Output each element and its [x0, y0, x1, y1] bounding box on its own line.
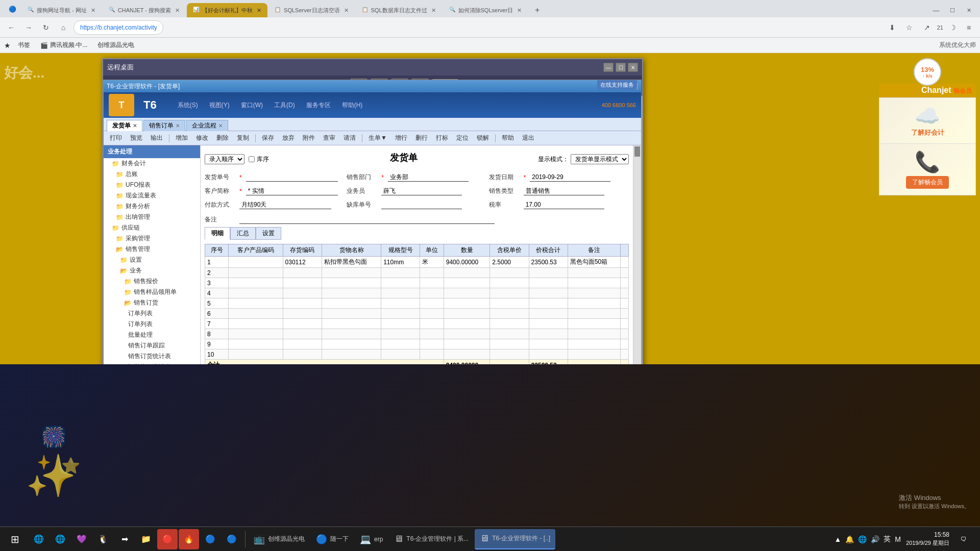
tab-3-active[interactable]: 📊 【好会计献礼】中秋 ✕: [187, 3, 267, 17]
taskbar-app-erp-icon[interactable]: 💻 erp: [355, 529, 388, 549]
sidebar-item-sales[interactable]: 📂销售管理: [104, 244, 200, 255]
menu-window[interactable]: 窗口(W): [235, 98, 268, 112]
vertical-scrollbar[interactable]: [633, 145, 641, 364]
sidebar-item-order-list2[interactable]: 订单列表: [104, 319, 200, 330]
taskbar-qq-btn[interactable]: 🐧: [93, 529, 113, 549]
toolbar-save[interactable]: 保存: [259, 133, 277, 143]
systray-volume[interactable]: 🔊: [870, 534, 880, 544]
download-btn[interactable]: ⬇: [885, 20, 899, 35]
erp-tab-sales-order[interactable]: 销售订单 ✕: [143, 120, 185, 131]
tab-close-2[interactable]: ✕: [175, 7, 180, 14]
menu-tools[interactable]: 工具(D): [268, 98, 301, 112]
systray-globe[interactable]: 🌐: [857, 534, 868, 544]
cell-total-1[interactable]: 23500.53: [529, 257, 568, 268]
inner-tab-detail[interactable]: 明细: [205, 227, 230, 240]
payment-input[interactable]: [239, 201, 331, 209]
systray-notification[interactable]: 🔔: [844, 534, 855, 544]
cell-goods-name-1[interactable]: 粘扣带黑色勾面: [322, 257, 381, 268]
toolbar-edit[interactable]: 修改: [193, 133, 211, 143]
erp-tab-shipment[interactable]: 发货单 ✕: [107, 120, 142, 131]
date-input[interactable]: [530, 173, 610, 182]
tab-close-6[interactable]: ✕: [517, 7, 522, 14]
tab-6[interactable]: 🔍 如何清除SQLserver日 ✕: [443, 3, 528, 17]
sidebar-item-order-track[interactable]: 销售订单跟踪: [104, 340, 200, 351]
toolbar-exit[interactable]: 退出: [519, 133, 537, 143]
tab-close-5[interactable]: ✕: [431, 7, 436, 14]
toolbar-discard[interactable]: 放弃: [279, 133, 298, 143]
forward-btn[interactable]: →: [21, 20, 36, 35]
toolbar-mark[interactable]: 打标: [433, 133, 451, 143]
display-mode-select[interactable]: 发货单显示模式: [571, 154, 629, 164]
sidebar-item-batch[interactable]: 批量处理: [104, 330, 200, 340]
taskbar-app1-btn[interactable]: 🔴: [157, 529, 178, 549]
toolbar-attachment[interactable]: 附件: [300, 133, 318, 143]
sidebar-item-ledger[interactable]: 📁总账: [104, 169, 200, 180]
erp-tab-close-3[interactable]: ✕: [218, 123, 223, 129]
tab-close-4[interactable]: ✕: [344, 7, 349, 14]
toolbar-generate[interactable]: 生单▼: [365, 133, 390, 143]
toolbar-delete[interactable]: 删除: [213, 133, 232, 143]
moon-btn[interactable]: ☽: [945, 20, 960, 35]
bookmark-tencent-video[interactable]: 🎬 腾讯视频·中...: [37, 40, 90, 51]
inner-tab-summary[interactable]: 汇总: [230, 227, 256, 240]
toolbar-export[interactable]: 输出: [148, 133, 166, 143]
browser-close-btn[interactable]: ✕: [962, 3, 976, 17]
sidebar-item-business[interactable]: 📂业务: [104, 265, 200, 276]
note-input[interactable]: [239, 215, 495, 224]
taskbar-files-btn[interactable]: 📁: [136, 529, 156, 549]
share-btn[interactable]: ↗: [920, 20, 934, 35]
bill-no-input[interactable]: [246, 173, 338, 182]
tab-1[interactable]: 🔍 搜狗网址导航 - 网址 ✕: [21, 3, 102, 17]
cell-remark-1[interactable]: 黑色勾面50箱: [568, 257, 620, 268]
toolbar-audit[interactable]: 查审: [320, 133, 338, 143]
systray-input-method[interactable]: 英: [883, 534, 892, 545]
sidebar-item-settings[interactable]: 📁设置: [104, 255, 200, 265]
start-button[interactable]: ⊞: [2, 528, 28, 550]
toolbar-help[interactable]: 帮助: [499, 133, 517, 143]
online-support-badge[interactable]: 在线支持服务: [597, 80, 637, 90]
inner-tab-settings[interactable]: 设置: [256, 227, 281, 240]
refresh-btn[interactable]: ↻: [39, 20, 53, 35]
toolbar-add[interactable]: 增加: [173, 133, 191, 143]
sidebar-item-order-list1[interactable]: 订单列表: [104, 308, 200, 319]
staff-input[interactable]: [381, 187, 462, 195]
cell-seq-1[interactable]: 1: [205, 257, 229, 268]
erp-tab-close-2[interactable]: ✕: [176, 123, 180, 129]
taskbar-app3-btn[interactable]: 🔵: [200, 529, 220, 549]
menu-help[interactable]: 帮助(H): [336, 98, 369, 112]
remote-close-btn[interactable]: ✕: [628, 63, 638, 72]
menu-btn[interactable]: ≡: [962, 20, 976, 35]
taskbar-app-t6-system[interactable]: 🖥 T6-企业管理软件 | 系...: [389, 529, 474, 549]
toolbar-lock[interactable]: 锁解: [474, 133, 492, 143]
sidebar-item-sample[interactable]: 📁销售样品领用单: [104, 287, 200, 297]
notification-btn[interactable]: 🗨: [953, 528, 974, 550]
sidebar-item-purchase[interactable]: 📁采购管理: [104, 233, 200, 244]
menu-system[interactable]: 系统(S): [172, 98, 204, 112]
bookmark-1[interactable]: 书签: [15, 40, 33, 51]
scroll-thumb-v[interactable]: [634, 146, 640, 157]
sidebar-section-business[interactable]: 业务处理: [104, 145, 200, 158]
sidebar-item-quotation[interactable]: 📁销售报价: [104, 276, 200, 287]
sidebar-item-finance[interactable]: 📁财务会计: [104, 158, 200, 169]
sidebar-item-order-exec[interactable]: 订单执行统计表: [104, 362, 200, 364]
menu-view[interactable]: 视图(Y): [204, 98, 235, 112]
tab-close-1[interactable]: ✕: [91, 7, 95, 14]
sales-type-input[interactable]: [524, 187, 604, 195]
sidebar-item-cashier[interactable]: 📁出纳管理: [104, 212, 200, 222]
toolbar-del-row[interactable]: 删行: [412, 133, 431, 143]
taskbar-vs-btn[interactable]: 💜: [71, 529, 92, 549]
tab-2[interactable]: 🔍 CHANJET - 搜狗搜索 ✕: [103, 3, 186, 17]
sidebar-item-order-stat[interactable]: 销售订货统计表: [104, 351, 200, 362]
cell-spec-1[interactable]: 110mm: [381, 257, 420, 268]
cell-unit-price-1[interactable]: 2.5000: [490, 257, 529, 268]
bookmark-3[interactable]: 创维源晶光电: [94, 40, 137, 51]
toolbar-add-row[interactable]: 增行: [392, 133, 410, 143]
customer-input[interactable]: [246, 187, 338, 195]
new-tab-btn[interactable]: +: [529, 3, 544, 17]
tab-5[interactable]: 📋 SQL数据库日志文件过 ✕: [356, 3, 442, 17]
dept-input[interactable]: [388, 173, 469, 182]
cell-inventory-code-1[interactable]: 030112: [283, 257, 322, 268]
sidebar-item-cashflow[interactable]: 📁现金流量表: [104, 190, 200, 201]
bookmark-right-item[interactable]: 系统优化大师: [939, 41, 976, 49]
taskbar-app-t6-active[interactable]: 🖥 T6-企业管理软件 - [..]: [475, 529, 555, 549]
